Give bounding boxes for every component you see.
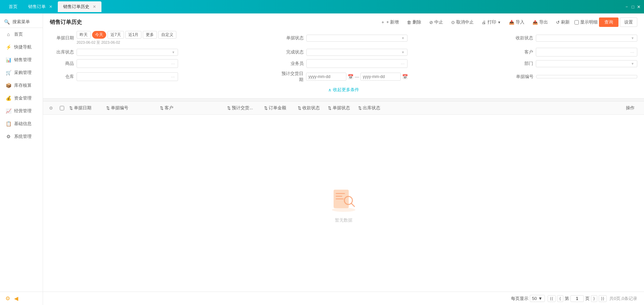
new-button[interactable]: ＋ + 新增 xyxy=(377,17,402,27)
warehouse-picker-icon[interactable]: ··· xyxy=(171,74,175,79)
delivery-date-from[interactable] xyxy=(306,73,346,81)
select-all-checkbox[interactable] xyxy=(60,106,64,110)
sidebar-item-system-label: 系统管理 xyxy=(14,134,32,140)
customer-input[interactable]: ··· xyxy=(536,48,637,56)
th-amount-label: 订单金额 xyxy=(269,105,286,111)
sidebar-item-inventory[interactable]: 📦 库存核算 xyxy=(0,79,43,92)
svg-rect-2 xyxy=(336,193,345,194)
sidebar-item-purchase[interactable]: 🛒 采购管理 xyxy=(0,66,43,79)
doc-status-arrow: ▼ xyxy=(401,36,404,40)
tab-sales-order-history[interactable]: 销售订单历史 ✕ xyxy=(58,1,101,12)
sidebar-item-quick-nav[interactable]: ⚡ 快捷导航 xyxy=(0,41,43,53)
page-input[interactable] xyxy=(570,295,584,302)
customer-control: ··· xyxy=(536,48,637,56)
th-amount[interactable]: ⇅ 订单金额 xyxy=(262,105,296,111)
dept-select[interactable]: ▼ xyxy=(536,60,637,67)
display-detail-checkbox[interactable] xyxy=(574,20,579,25)
query-button[interactable]: 查询 xyxy=(599,17,618,27)
th-receipt-status[interactable]: ⇅ 收款状态 xyxy=(296,105,326,111)
delivery-date-to[interactable] xyxy=(360,73,401,81)
collapse-filters-button[interactable]: ∧ 收起更多条件 xyxy=(50,85,637,96)
stop-icon: ⊘ xyxy=(429,20,433,25)
table-settings-icon[interactable]: ⚙ xyxy=(46,106,56,111)
sidebar-search[interactable]: 🔍 搜索菜单 xyxy=(0,16,43,28)
table-select-all[interactable] xyxy=(56,106,67,110)
sidebar-item-sales-label: 销售管理 xyxy=(14,57,32,63)
ship-status-select[interactable]: ▼ xyxy=(77,49,178,56)
sidebar-item-finance-label: 资金管理 xyxy=(14,95,32,101)
tab-sales-order-close[interactable]: ✕ xyxy=(49,4,52,9)
minimize-icon[interactable]: － xyxy=(625,4,629,10)
date-range-display: 2023-06-02 至 2023-06-02 xyxy=(77,40,120,45)
salesperson-picker-icon[interactable]: ··· xyxy=(401,61,405,66)
refresh-icon: ↺ xyxy=(556,20,560,25)
customer-picker-icon[interactable]: ··· xyxy=(630,49,634,55)
first-page-button[interactable]: ⟨⟨ xyxy=(548,295,556,302)
ship-status-control: ▼ xyxy=(77,49,178,56)
svg-rect-4 xyxy=(336,198,344,199)
settings-bottom-icon[interactable]: ⚙ xyxy=(5,295,10,302)
last-page-button[interactable]: ⟩⟩ xyxy=(599,295,607,302)
close-icon[interactable]: ✕ xyxy=(637,4,641,9)
doc-number-input[interactable] xyxy=(536,75,638,78)
sidebar-item-home[interactable]: ⌂ 首页 xyxy=(0,28,43,41)
date-btn-7days[interactable]: 近7天 xyxy=(108,31,124,39)
product-picker-icon[interactable]: ··· xyxy=(171,61,175,66)
display-detail-control[interactable]: 显示明细 xyxy=(574,19,598,25)
page-label: 第 xyxy=(565,296,569,302)
settings-button[interactable]: 设置 xyxy=(620,17,637,27)
date-btn-1month[interactable]: 近1月 xyxy=(125,31,142,39)
th-number[interactable]: ⇅ 单据编号 xyxy=(104,105,158,111)
sidebar-bottom: ⚙ ◀ xyxy=(0,292,43,305)
cancel-stop-button[interactable]: ⊙ 取消中止 xyxy=(448,17,477,27)
product-input[interactable]: ··· xyxy=(77,59,178,68)
tab-home[interactable]: 首页 xyxy=(3,1,23,12)
cancel-stop-icon: ⊙ xyxy=(451,20,455,25)
query-label: 查询 xyxy=(604,19,613,25)
salesperson-input[interactable]: ··· xyxy=(306,59,408,68)
doc-status-select[interactable]: ▼ xyxy=(306,35,408,42)
date-btn-yesterday[interactable]: 昨天 xyxy=(77,31,91,39)
stop-label: 中止 xyxy=(434,19,443,25)
print-button[interactable]: 🖨 打印 ▼ xyxy=(478,17,504,27)
warehouse-control: ··· xyxy=(77,72,178,81)
sidebar-item-base-info[interactable]: 📋 基础信息 xyxy=(0,117,43,130)
stop-button[interactable]: ⊘ 中止 xyxy=(426,17,446,27)
sidebar-item-finance[interactable]: 💰 资金管理 xyxy=(0,92,43,105)
warehouse-input[interactable]: ··· xyxy=(77,72,178,81)
collapse-sidebar-icon[interactable]: ◀ xyxy=(14,295,18,302)
th-delivery[interactable]: ⇅ 预计交货... xyxy=(225,105,262,111)
th-date[interactable]: ⇅ 单据日期 xyxy=(67,105,104,111)
per-page-label: 每页显示 xyxy=(511,296,528,302)
prev-page-button[interactable]: ⟨ xyxy=(557,295,563,302)
per-page-dropdown[interactable]: 50 ▼ xyxy=(530,295,545,302)
th-number-label: 单据编号 xyxy=(111,105,128,111)
total-records: 共0页,0条记录 xyxy=(609,296,637,302)
maximize-icon[interactable]: □ xyxy=(632,4,634,9)
tab-sales-order-history-label: 销售订单历史 xyxy=(63,4,89,10)
import-button[interactable]: 📥 导入 xyxy=(506,17,528,27)
tab-sales-order-history-close[interactable]: ✕ xyxy=(93,4,96,9)
refresh-button[interactable]: ↺ 刷新 xyxy=(553,17,573,27)
th-customer[interactable]: ⇅ 客户 xyxy=(158,105,225,111)
product-control: ··· xyxy=(77,59,178,68)
date-btn-today[interactable]: 今天 xyxy=(92,31,106,39)
system-icon: ⚙ xyxy=(5,134,11,139)
th-doc-status[interactable]: ⇅ 单据状态 xyxy=(326,105,356,111)
sidebar-item-system[interactable]: ⚙ 系统管理 xyxy=(0,130,43,143)
complete-status-select[interactable]: ▼ xyxy=(306,49,408,56)
sidebar-item-operations[interactable]: 📈 经营管理 xyxy=(0,105,43,117)
receipt-status-control: ▼ xyxy=(536,35,637,42)
th-customer-icon: ⇅ xyxy=(160,106,164,111)
export-button[interactable]: 📤 导出 xyxy=(529,17,551,27)
tab-sales-order[interactable]: 销售订单 ✕ xyxy=(23,1,58,12)
date-btn-custom[interactable]: 自定义 xyxy=(158,31,176,39)
delete-button[interactable]: 🗑 删除 xyxy=(403,17,425,27)
th-ship-status[interactable]: ⇅ 出库状态 xyxy=(356,105,386,111)
receipt-status-select[interactable]: ▼ xyxy=(536,35,637,42)
sidebar-item-sales[interactable]: 📊 销售管理 xyxy=(0,53,43,66)
calendar-from-icon[interactable]: 📅 xyxy=(348,74,353,79)
date-btn-more[interactable]: 更多 xyxy=(143,31,157,39)
next-page-button[interactable]: ⟩ xyxy=(591,295,597,302)
calendar-to-icon[interactable]: 📅 xyxy=(402,74,408,79)
